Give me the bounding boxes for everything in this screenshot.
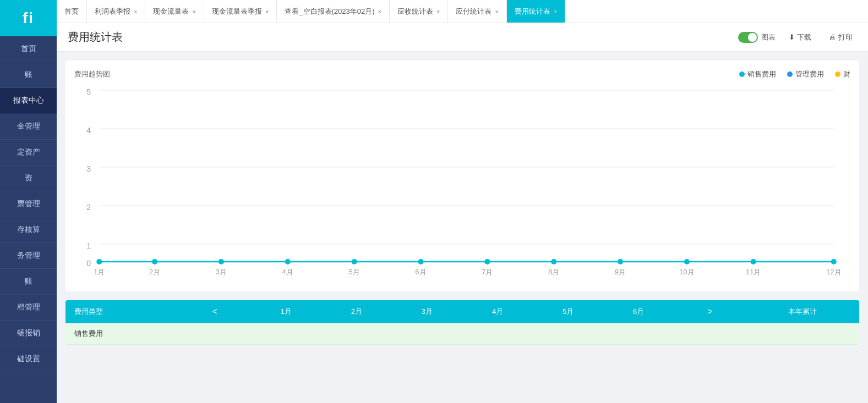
- svg-point-18: [484, 259, 490, 264]
- cell-total: [746, 323, 859, 345]
- close-tab-cashflow[interactable]: ×: [192, 8, 195, 15]
- cell-may: [533, 323, 603, 345]
- legend-dot-sales: [739, 71, 745, 77]
- svg-text:5: 5: [86, 87, 91, 96]
- close-tab-payable[interactable]: ×: [495, 8, 498, 15]
- data-table: 费用类型 < 1月 2月 3月 4月 5月 6月 > 本年累计: [65, 300, 859, 345]
- cell-jan: [251, 323, 321, 345]
- sidebar-item-service[interactable]: 务管理: [0, 243, 57, 269]
- table-header-row: 费用类型 < 1月 2月 3月 4月 5月 6月 > 本年累计: [65, 300, 859, 323]
- sidebar-item-finance[interactable]: 金管理: [0, 114, 57, 140]
- svg-text:4: 4: [86, 126, 91, 135]
- chart-svg: 5 4 3 2 1 0: [74, 85, 850, 283]
- main-area: 首页 利润表季报 × 现金流量表 × 现金流量表季报 × 查看_空白报表(202…: [57, 0, 868, 403]
- tab-expense[interactable]: 费用统计表 ×: [507, 0, 565, 23]
- legend-label-admin: 管理费用: [795, 69, 824, 79]
- download-label: 下载: [797, 32, 811, 42]
- svg-point-22: [751, 259, 756, 264]
- svg-text:6月: 6月: [415, 268, 426, 276]
- chart-header: 费用趋势图 销售费用 管理费用 财: [74, 69, 850, 79]
- col-may: 5月: [533, 300, 603, 323]
- svg-text:1月: 1月: [94, 268, 105, 276]
- tab-blank[interactable]: 查看_空白报表(2023年02月) ×: [277, 0, 390, 23]
- col-apr: 4月: [462, 300, 533, 323]
- sidebar-item-account2[interactable]: 账: [0, 269, 57, 295]
- svg-point-20: [618, 259, 623, 264]
- close-tab-cashflow-q[interactable]: ×: [265, 8, 269, 15]
- chart-toggle-label: 图表: [761, 32, 776, 42]
- sidebar-item-inventory[interactable]: 存核算: [0, 217, 57, 243]
- chart-toggle-wrap: 图表: [738, 32, 776, 43]
- sidebar-item-assets[interactable]: 定资产: [0, 140, 57, 165]
- svg-text:2月: 2月: [149, 268, 160, 276]
- tab-home[interactable]: 首页: [57, 0, 87, 23]
- sidebar-item-invoice[interactable]: 票管理: [0, 191, 57, 217]
- cell-jun: [603, 323, 674, 345]
- download-button[interactable]: ⬇ 下载: [784, 30, 816, 45]
- tab-profit[interactable]: 利润表季报 ×: [87, 0, 145, 23]
- legend-finance: 财: [835, 69, 850, 79]
- prev-arrow[interactable]: <: [209, 307, 221, 316]
- col-mar: 3月: [392, 300, 462, 323]
- svg-text:3月: 3月: [216, 268, 227, 276]
- legend-dot-finance: [835, 71, 840, 77]
- svg-text:7月: 7月: [482, 268, 493, 276]
- svg-text:9月: 9月: [615, 268, 626, 276]
- sidebar-logo: fi: [0, 0, 57, 36]
- tab-bar: 首页 利润表季报 × 现金流量表 × 现金流量表季报 × 查看_空白报表(202…: [57, 0, 868, 23]
- tab-cashflow-q[interactable]: 现金流量表季报 ×: [204, 0, 277, 23]
- chart-toggle[interactable]: [738, 32, 758, 43]
- svg-text:10月: 10月: [679, 268, 695, 276]
- sidebar-item-settings[interactable]: 础设置: [0, 346, 57, 372]
- cell-placeholder2: [674, 323, 746, 345]
- sidebar-item-expense[interactable]: 畅报销: [0, 321, 57, 346]
- close-tab-blank[interactable]: ×: [378, 8, 381, 15]
- next-arrow[interactable]: >: [704, 307, 716, 316]
- close-tab-expense[interactable]: ×: [554, 8, 557, 15]
- svg-point-15: [285, 259, 291, 264]
- legend-sales: 销售费用: [739, 69, 776, 79]
- cell-feb: [321, 323, 392, 345]
- download-icon: ⬇: [789, 33, 795, 41]
- close-tab-receivable[interactable]: ×: [436, 8, 440, 15]
- svg-text:3: 3: [86, 164, 91, 173]
- svg-text:5月: 5月: [348, 268, 359, 276]
- col-type: 费用类型: [65, 300, 179, 323]
- tab-payable[interactable]: 应付统计表 ×: [448, 0, 506, 23]
- legend-admin: 管理费用: [787, 69, 824, 79]
- table-row: 销售费用: [65, 323, 859, 345]
- svg-point-13: [152, 259, 157, 264]
- sidebar-item-home[interactable]: 首页: [0, 36, 57, 62]
- sidebar: fi 首页 账 报表中心 金管理 定资产 资 票管理 存核算 务管理 账 档管理…: [0, 0, 57, 403]
- chart-section: 费用趋势图 销售费用 管理费用 财: [65, 60, 859, 291]
- tab-receivable[interactable]: 应收统计表 ×: [390, 0, 448, 23]
- svg-text:8月: 8月: [548, 268, 559, 276]
- svg-point-17: [418, 259, 423, 264]
- content-area: 费用趋势图 销售费用 管理费用 财: [57, 52, 868, 403]
- svg-text:1: 1: [86, 241, 91, 250]
- sidebar-item-reports[interactable]: 报表中心: [0, 88, 57, 114]
- svg-point-16: [352, 259, 357, 264]
- col-total: 本年累计: [746, 300, 859, 323]
- svg-text:11月: 11月: [746, 268, 761, 276]
- print-icon: 🖨: [829, 33, 836, 41]
- sidebar-item-resource[interactable]: 资: [0, 165, 57, 191]
- sidebar-item-account[interactable]: 账: [0, 62, 57, 88]
- col-nav-next[interactable]: >: [674, 300, 746, 323]
- print-button[interactable]: 🖨 打印: [825, 30, 857, 45]
- cell-apr: [462, 323, 533, 345]
- close-tab-profit[interactable]: ×: [134, 8, 137, 15]
- header-actions: 图表 ⬇ 下载 🖨 打印: [738, 30, 857, 45]
- svg-point-14: [219, 259, 224, 264]
- col-feb: 2月: [321, 300, 392, 323]
- cell-mar: [392, 323, 462, 345]
- chart-container: 5 4 3 2 1 0: [74, 85, 850, 283]
- page-title: 费用统计表: [68, 30, 123, 45]
- tab-cashflow[interactable]: 现金流量表 ×: [145, 0, 204, 23]
- sidebar-item-files[interactable]: 档管理: [0, 295, 57, 321]
- col-jan: 1月: [251, 300, 321, 323]
- legend-label-finance: 财: [843, 69, 850, 79]
- legend-label-sales: 销售费用: [747, 69, 776, 79]
- col-nav-prev[interactable]: <: [179, 300, 251, 323]
- print-label: 打印: [838, 32, 853, 42]
